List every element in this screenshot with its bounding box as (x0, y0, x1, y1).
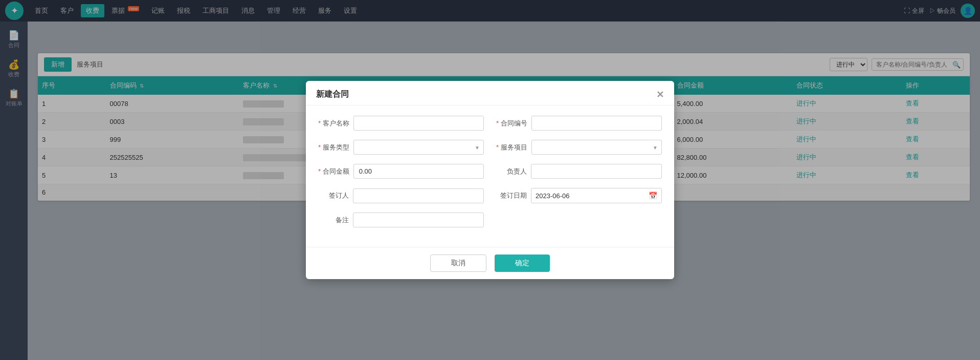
remark-group: 备注 (318, 213, 484, 227)
remark-input[interactable] (353, 213, 484, 227)
form-row-1: 客户名称 合同编号 (318, 116, 662, 131)
modal-body: 客户名称 合同编号 服务类型 ▼ 服务项目 (306, 105, 674, 247)
calendar-icon[interactable]: 📅 (649, 192, 657, 200)
modal-close-button[interactable]: ✕ (656, 90, 664, 99)
modal-header: 新建合同 ✕ (306, 81, 674, 105)
service-item-select-wrapper: ▼ (531, 140, 662, 155)
customer-name-input[interactable] (353, 116, 484, 131)
remark-label: 备注 (318, 216, 349, 225)
sign-date-group: 签订日期 📅 (496, 188, 662, 203)
signer-input[interactable] (353, 188, 484, 203)
form-row-4: 签订人 签订日期 📅 (318, 188, 662, 203)
cancel-button[interactable]: 取消 (430, 255, 486, 272)
responsible-label: 负责人 (496, 167, 527, 176)
contract-amount-label: 合同金额 (318, 167, 349, 176)
service-item-select[interactable] (531, 140, 662, 155)
service-type-select-wrapper: ▼ (353, 140, 484, 155)
sign-date-input[interactable] (536, 192, 649, 200)
form-row-2: 服务类型 ▼ 服务项目 ▼ (318, 140, 662, 155)
customer-name-group: 客户名称 (318, 116, 484, 131)
contract-no-input[interactable] (531, 116, 662, 131)
confirm-button[interactable]: 确定 (495, 255, 550, 272)
service-item-group: 服务项目 ▼ (496, 140, 662, 155)
form-row-3: 合同金额 负责人 (318, 164, 662, 179)
service-type-group: 服务类型 ▼ (318, 140, 484, 155)
service-type-label: 服务类型 (318, 143, 349, 152)
contract-no-group: 合同编号 (496, 116, 662, 131)
contract-no-label: 合同编号 (496, 119, 527, 128)
service-item-label: 服务项目 (496, 143, 527, 152)
contract-amount-group: 合同金额 (318, 164, 484, 179)
responsible-input[interactable] (531, 164, 662, 179)
sign-date-input-wrapper: 📅 (531, 188, 662, 203)
customer-name-label: 客户名称 (318, 119, 349, 128)
signer-label: 签订人 (318, 191, 349, 200)
modal-title: 新建合同 (316, 89, 349, 100)
form-row-5: 备注 (318, 213, 662, 227)
modal-footer: 取消 确定 (306, 247, 674, 279)
modal-overlay: 新建合同 ✕ 客户名称 合同编号 服务类型 (0, 0, 980, 360)
contract-amount-input[interactable] (353, 164, 484, 179)
responsible-group: 负责人 (496, 164, 662, 179)
sign-date-label: 签订日期 (496, 191, 527, 200)
signer-group: 签订人 (318, 188, 484, 203)
service-type-select[interactable] (353, 140, 484, 155)
new-contract-modal: 新建合同 ✕ 客户名称 合同编号 服务类型 (306, 81, 674, 279)
